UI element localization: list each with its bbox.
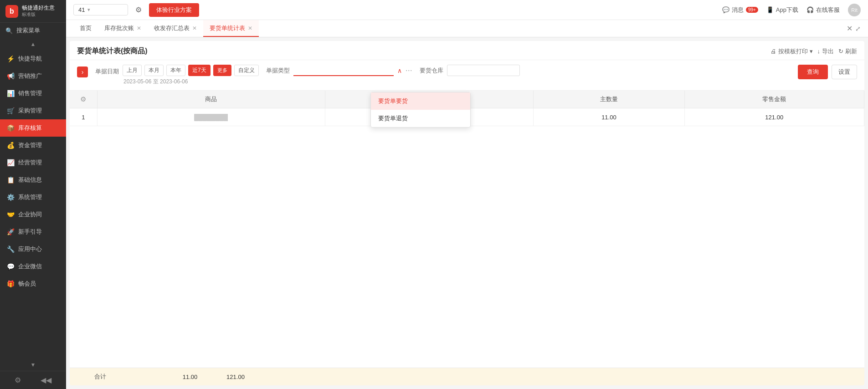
store-selector[interactable]: 41 ▾ bbox=[73, 4, 128, 15]
column-settings-icon[interactable]: ⚙ bbox=[80, 95, 86, 103]
sidebar-collapse-icon[interactable]: ◀◀ bbox=[41, 376, 51, 384]
tab-label-0: 首页 bbox=[80, 24, 92, 32]
sidebar-item-8[interactable]: ⚙️系统管理 bbox=[0, 189, 66, 206]
print-action[interactable]: 🖨 按模板打印 ▾ bbox=[770, 47, 813, 56]
cell-seq: 1 bbox=[70, 108, 97, 126]
sidebar-item-5[interactable]: 💰资金管理 bbox=[0, 137, 66, 154]
tabs-close-all-icon[interactable]: ✕ bbox=[847, 24, 853, 33]
avatar[interactable]: Rit bbox=[848, 4, 861, 16]
date-more[interactable]: 更多 bbox=[213, 65, 231, 76]
sidebar-scroll-down[interactable]: ▼ bbox=[0, 359, 66, 371]
type-filter-input[interactable] bbox=[293, 65, 394, 76]
refresh-action[interactable]: ↻ 刷新 bbox=[838, 47, 857, 56]
date-quick-btns: 上月 本月 本年 近7天 更多 自定义 bbox=[123, 65, 259, 76]
date-this-month[interactable]: 本月 bbox=[144, 65, 164, 76]
sidebar: b 畅捷通好生意 标准版 🔍 搜索菜单 ▲ ⚡快捷导航📢营销推广📊销售管理🛒采购… bbox=[0, 0, 66, 389]
date-custom[interactable]: 自定义 bbox=[234, 65, 259, 76]
sidebar-search[interactable]: 🔍 搜索菜单 bbox=[0, 23, 66, 38]
date-last-month[interactable]: 上月 bbox=[123, 65, 142, 76]
col-qty: 主数量 bbox=[534, 91, 684, 108]
sidebar-item-11[interactable]: 🔧应用中心 bbox=[0, 241, 66, 258]
sidebar-icon-5: 💰 bbox=[6, 142, 15, 149]
dropdown-item-1[interactable]: 要货单退货 bbox=[371, 110, 470, 127]
type-filter-label: 单据类型 bbox=[266, 67, 290, 75]
sidebar-icon-12: 💬 bbox=[6, 263, 15, 270]
tab-close-3[interactable]: ✕ bbox=[248, 25, 252, 31]
sidebar-label-11: 应用中心 bbox=[18, 245, 42, 253]
sidebar-icon-8: ⚙️ bbox=[6, 194, 15, 201]
app-download-action[interactable]: 📱 App下载 bbox=[766, 6, 798, 14]
gear-icon[interactable]: ⚙ bbox=[134, 4, 144, 16]
sidebar-settings-icon[interactable]: ⚙ bbox=[15, 376, 21, 384]
col-product: 商品 bbox=[97, 91, 325, 108]
sidebar-item-2[interactable]: 📊销售管理 bbox=[0, 85, 66, 102]
warehouse-filter-group: 要货仓库 bbox=[420, 65, 520, 76]
sidebar-label-10: 新手引导 bbox=[18, 228, 42, 236]
sidebar-icon-10: 🚀 bbox=[6, 228, 15, 235]
dropdown-item-0[interactable]: 要货单要货 bbox=[371, 92, 470, 110]
date-this-year[interactable]: 本年 bbox=[166, 65, 185, 76]
page-actions: 🖨 按模板打印 ▾ ↓ 导出 ↻ 刷新 bbox=[770, 47, 858, 56]
sidebar-label-13: 畅会员 bbox=[18, 280, 36, 288]
tab-close-2[interactable]: ✕ bbox=[192, 25, 197, 31]
export-label: 导出 bbox=[822, 47, 834, 56]
sidebar-label-1: 营销推广 bbox=[18, 72, 42, 80]
sidebar-item-7[interactable]: 📋基础信息 bbox=[0, 171, 66, 189]
filter-expand-button[interactable]: › bbox=[77, 67, 88, 77]
tab-0[interactable]: 首页 bbox=[73, 20, 98, 37]
online-service-label: 在线客服 bbox=[816, 6, 840, 14]
cell-amount[interactable]: 121.00 bbox=[684, 108, 864, 126]
sidebar-icon-2: 📊 bbox=[6, 90, 15, 97]
tabs-expand-icon[interactable]: ⤢ bbox=[855, 25, 861, 32]
messages-action[interactable]: 💬 消息 99+ bbox=[722, 6, 758, 14]
warehouse-filter-label: 要货仓库 bbox=[420, 67, 443, 75]
online-service-action[interactable]: 🎧 在线客服 bbox=[806, 6, 840, 14]
trial-button[interactable]: 体验行业方案 bbox=[149, 3, 199, 17]
warehouse-filter-input[interactable] bbox=[447, 65, 520, 76]
page-header: 要货单统计表(按商品) 🖨 按模板打印 ▾ ↓ 导出 ↻ 刷新 bbox=[70, 41, 864, 60]
sidebar-item-6[interactable]: 📈经营管理 bbox=[0, 154, 66, 171]
filter-bar: › 单据日期 上月 本月 本年 近7天 更多 自定义 2023-05-06 至 … bbox=[70, 60, 864, 91]
sidebar-icon-13: 🎁 bbox=[6, 280, 15, 287]
type-dropdown: 要货单要货 要货单退货 bbox=[370, 92, 471, 128]
tab-1[interactable]: 库存批次账✕ bbox=[98, 20, 148, 37]
date-range-display: 2023-05-06 至 2023-06-06 bbox=[123, 78, 259, 86]
store-selector-arrow: ▾ bbox=[87, 7, 90, 13]
service-icon: 🎧 bbox=[806, 6, 814, 13]
tab-label-1: 库存批次账 bbox=[104, 24, 134, 32]
messages-label: 消息 bbox=[732, 6, 744, 14]
header-left: 41 ▾ ⚙ 体验行业方案 bbox=[73, 3, 199, 17]
avatar-text: Rit bbox=[851, 7, 857, 13]
type-filter-arrow[interactable]: ∧ bbox=[397, 67, 402, 74]
query-button[interactable]: 查询 bbox=[798, 65, 828, 79]
date-7days[interactable]: 近7天 bbox=[188, 65, 211, 76]
sidebar-item-1[interactable]: 📢营销推广 bbox=[0, 67, 66, 85]
tab-close-1[interactable]: ✕ bbox=[137, 25, 141, 31]
sidebar-label-6: 经营管理 bbox=[18, 159, 42, 167]
sidebar-scroll-up[interactable]: ▲ bbox=[0, 38, 66, 50]
tab-2[interactable]: 收发存汇总表✕ bbox=[148, 20, 203, 37]
cell-qty[interactable]: 11.00 bbox=[534, 108, 684, 126]
messages-badge: 99+ bbox=[746, 7, 758, 13]
export-action[interactable]: ↓ 导出 bbox=[817, 47, 834, 56]
app-name: 畅捷通好生意 bbox=[22, 5, 55, 12]
sidebar-item-10[interactable]: 🚀新手引导 bbox=[0, 223, 66, 241]
sidebar-item-4[interactable]: 📦库存核算 bbox=[0, 119, 66, 137]
sidebar-label-8: 系统管理 bbox=[18, 193, 42, 201]
footer-amount: 121.00 bbox=[213, 374, 258, 380]
top-header: 41 ▾ ⚙ 体验行业方案 💬 消息 99+ 📱 App下载 🎧 在线客服 Ri… bbox=[66, 0, 868, 20]
sidebar-icon-7: 📋 bbox=[6, 176, 15, 184]
refresh-label: 刷新 bbox=[845, 47, 857, 56]
sidebar-item-0[interactable]: ⚡快捷导航 bbox=[0, 50, 66, 67]
col-settings: ⚙ bbox=[70, 91, 97, 108]
messages-icon: 💬 bbox=[722, 6, 729, 13]
sidebar-item-9[interactable]: 🤝企业协同 bbox=[0, 206, 66, 223]
sidebar-item-3[interactable]: 🛒采购管理 bbox=[0, 102, 66, 119]
filter-settings-button[interactable]: 设置 bbox=[832, 65, 857, 79]
sidebar-item-12[interactable]: 💬企业微信 bbox=[0, 258, 66, 275]
sidebar-item-13[interactable]: 🎁畅会员 bbox=[0, 275, 66, 292]
date-filter-label: 单据日期 bbox=[95, 65, 119, 76]
filter-more-dots[interactable]: ··· bbox=[406, 66, 412, 75]
sidebar-label-5: 资金管理 bbox=[18, 141, 42, 149]
tab-3[interactable]: 要货单统计表✕ bbox=[203, 20, 259, 37]
